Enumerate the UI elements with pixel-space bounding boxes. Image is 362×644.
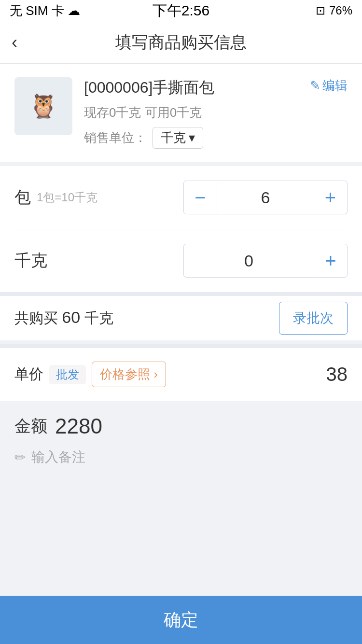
battery-percent: 76% <box>329 4 352 17</box>
qty-controls-bao: − + <box>183 181 348 214</box>
qty-controls-kg: + <box>183 244 348 278</box>
dropdown-icon: ▾ <box>189 130 195 145</box>
status-time: 下午2:56 <box>153 1 209 21</box>
amount-value: 2280 <box>55 414 102 438</box>
product-card: 🦉 [0000006]手撕面包 ✎ 编辑 现存0千克 可用0千克 销售单位： 千… <box>0 64 362 166</box>
battery-icon: ⊡ <box>316 4 325 17</box>
back-button[interactable]: ‹ <box>12 32 17 53</box>
quantity-row-bao: 包 1包=10千克 − + <box>14 166 348 229</box>
amount-label: 金额 <box>14 415 47 437</box>
qty-input-bao[interactable] <box>217 181 314 214</box>
remark-row[interactable]: ✏ 输入备注 <box>14 448 348 466</box>
confirm-button[interactable]: 确定 <box>0 596 362 644</box>
qty-sublabel-bao: 1包=10千克 <box>37 190 97 205</box>
qty-plus-bao[interactable]: + <box>314 181 348 214</box>
price-left: 单价 批发 价格参照 › <box>14 362 166 387</box>
price-label: 单价 <box>14 364 43 384</box>
remark-text: 输入备注 <box>31 448 85 466</box>
batch-button[interactable]: 录批次 <box>279 302 348 335</box>
product-unit-row: 销售单位： 千克 ▾ <box>84 127 348 149</box>
unit-selector[interactable]: 千克 ▾ <box>153 127 203 149</box>
status-bar: 无 SIM 卡 ☁ 下午2:56 ⊡ 76% <box>0 0 362 21</box>
status-left: 无 SIM 卡 ☁ <box>10 2 80 19</box>
product-name-row: [0000006]手撕面包 ✎ 编辑 <box>84 77 348 98</box>
quantity-row-kg: 千克 + <box>14 229 348 292</box>
amount-row: 金额 2280 <box>14 414 348 438</box>
qty-label-kg: 千克 <box>14 250 47 272</box>
edit-icon: ✎ <box>310 78 320 93</box>
sim-status: 无 SIM 卡 ☁ <box>10 2 80 19</box>
product-info: [0000006]手撕面包 ✎ 编辑 现存0千克 可用0千克 销售单位： 千克 … <box>84 77 348 149</box>
nav-bar: ‹ 填写商品购买信息 <box>0 21 362 64</box>
page-title: 填写商品购买信息 <box>115 31 247 54</box>
total-amount: 60 <box>62 308 80 326</box>
price-value: 38 <box>326 364 348 385</box>
remark-icon: ✏ <box>14 449 26 465</box>
price-tag: 批发 <box>49 365 86 384</box>
product-thumbnail: 🦉 <box>29 93 58 120</box>
status-right: ⊡ 76% <box>316 4 352 17</box>
price-ref-button[interactable]: 价格参照 › <box>92 362 166 387</box>
product-image: 🦉 <box>14 77 72 135</box>
qty-input-kg[interactable] <box>183 244 314 278</box>
qty-label-text-kg: 千克 <box>14 250 47 272</box>
qty-label-text-bao: 包 <box>14 186 31 209</box>
edit-button[interactable]: ✎ 编辑 <box>310 77 348 94</box>
price-section: 单价 批发 价格参照 › 38 <box>0 344 362 401</box>
total-text: 共购买 60 千克 <box>14 308 113 328</box>
unit-value: 千克 <box>161 129 186 146</box>
product-name: [0000006]手撕面包 <box>84 77 214 98</box>
qty-label-bao: 包 1包=10千克 <box>14 186 97 209</box>
unit-label: 销售单位： <box>84 129 147 146</box>
qty-minus-bao[interactable]: − <box>183 181 217 214</box>
product-stock: 现存0千克 可用0千克 <box>84 104 348 121</box>
total-batch-section: 共购买 60 千克 录批次 <box>0 292 362 340</box>
edit-label: 编辑 <box>322 77 348 94</box>
qty-plus-kg[interactable]: + <box>314 244 348 278</box>
quantity-section: 包 1包=10千克 − + 千克 + <box>0 166 362 292</box>
amount-section: 金额 2280 ✏ 输入备注 <box>0 401 362 476</box>
